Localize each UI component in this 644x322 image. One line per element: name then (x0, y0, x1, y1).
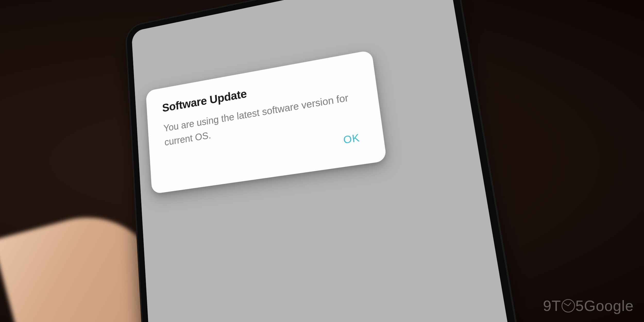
phone-screen: Software Update You are using the latest… (131, 0, 513, 322)
phone-device-frame: Software Update You are using the latest… (125, 0, 523, 322)
watermark-prefix: 9T (543, 297, 561, 314)
clock-icon (562, 299, 575, 312)
ok-button[interactable]: OK (337, 128, 366, 149)
watermark-suffix: 5Google (575, 297, 634, 314)
software-update-dialog: Software Update You are using the latest… (146, 50, 387, 194)
photo-scene: Software Update You are using the latest… (0, 0, 644, 322)
watermark-logo: 9T 5Google (543, 297, 634, 314)
